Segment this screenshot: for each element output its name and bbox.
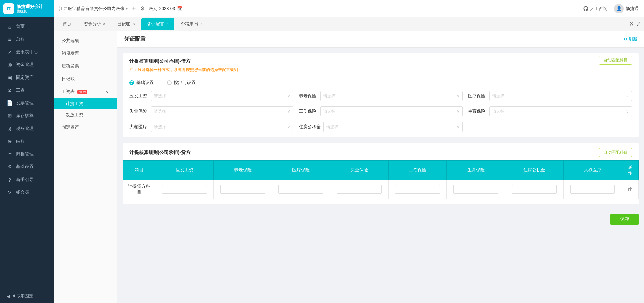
tab-journal-close[interactable]: × (132, 22, 135, 27)
sidebar-item-reports[interactable]: ↗ 云报表中心 (0, 46, 54, 58)
sub-nav-pay-salary[interactable]: 发放工资 (54, 109, 117, 121)
housing-fund-label: 住房公积金 (299, 124, 321, 130)
sidebar-item-home[interactable]: ⌂ 首页 (0, 20, 54, 33)
debit-section: 计提核算规则(公司承担)-借方 注：只能选择一种方式，系统将按照您当前的选择来配… (123, 53, 639, 137)
credit-auto-match-button[interactable]: 自动匹配科目 (599, 148, 632, 157)
add-account-button[interactable]: + (132, 5, 136, 12)
row-housing-fund-input[interactable] (512, 185, 557, 194)
sidebar-item-tax[interactable]: § 税务管理 (0, 122, 54, 135)
row-maternity-input[interactable] (453, 185, 498, 194)
work-injury-select[interactable]: 请选择 ∨ (320, 106, 463, 116)
large-medical-select[interactable]: 请选择 ∨ (151, 122, 293, 132)
inventory-icon: ⊞ (7, 113, 13, 119)
service-label: 人工咨询 (590, 6, 607, 12)
sidebar-item-label: 工资 (16, 87, 25, 93)
sidebar-item-label: 畅会员 (16, 189, 29, 195)
content-area: 公共选项 销项发票 进项发票 日记账 工资表 NEW ∨ 计提工资 发放工资 固… (54, 31, 644, 303)
sidebar-unpin[interactable]: ◀ ◀ 取消固定 (0, 289, 54, 303)
work-injury-label: 工伤保险 (299, 108, 318, 114)
archive-icon: 🗃 (7, 151, 13, 157)
pension-label: 养老保险 (299, 93, 318, 99)
expand-icon[interactable]: ⤢ (636, 21, 641, 27)
large-medical-label: 大额医疗 (129, 124, 148, 130)
gross-salary-label: 应发工资 (129, 93, 148, 99)
sub-nav-purchase-invoice[interactable]: 进项发票 (54, 60, 117, 72)
sidebar-item-funds[interactable]: ◎ 资金管理 (0, 58, 54, 71)
medical-label: 医疗保险 (468, 93, 487, 99)
col-medical: 医疗保险 (272, 161, 330, 180)
sidebar-item-guide[interactable]: ? 新手引导 (0, 173, 54, 186)
chevron-down-icon: ∨ (287, 109, 290, 114)
tab-journal[interactable]: 日记账 × (112, 18, 141, 30)
medical-select[interactable]: 请选择 ∨ (489, 91, 632, 101)
maternity-label: 生育保险 (468, 108, 487, 114)
row-gross-salary-cell (155, 180, 214, 199)
maternity-select[interactable]: 请选择 ∨ (489, 106, 632, 116)
sidebar-item-label: 库存核算 (16, 113, 34, 119)
row-work-injury-input[interactable] (395, 185, 440, 194)
sidebar-item-archive[interactable]: 🗃 归档管理 (0, 148, 54, 160)
sidebar-item-label: 基础设置 (16, 164, 34, 170)
unemployment-placeholder: 请选择 (154, 109, 166, 114)
sidebar-item-ledger[interactable]: ≡ 总账 (0, 33, 54, 46)
chevron-down-icon: ▾ (126, 6, 128, 11)
col-unemployment: 失业保险 (330, 161, 388, 180)
radio-dept-circle (167, 80, 172, 85)
tab-voucher-close[interactable]: × (166, 22, 169, 27)
save-button[interactable]: 保存 (610, 214, 639, 225)
settings-gear-icon[interactable]: ⚙ (140, 5, 145, 12)
close-tab-icon[interactable]: ✕ (629, 21, 634, 27)
settings-icon: ⚙ (7, 164, 13, 170)
row-gross-salary-input[interactable] (162, 185, 207, 194)
sidebar-nav: ⌂ 首页 ≡ 总账 ↗ 云报表中心 ◎ 资金管理 ▣ 固定资产 ¥ 工资 📄 发… (0, 17, 54, 289)
sidebar-item-inventory[interactable]: ⊞ 库存核算 (0, 109, 54, 122)
calendar-icon[interactable]: 📅 (177, 6, 182, 11)
row-large-medical-input[interactable] (570, 185, 615, 194)
tab-tax-report[interactable]: 个税申报 × (175, 18, 208, 30)
row-unemployment-input[interactable] (337, 185, 382, 194)
sidebar-item-assets[interactable]: ▣ 固定资产 (0, 71, 54, 84)
pension-select[interactable]: 请选择 ∨ (320, 91, 463, 101)
delete-row-button[interactable]: 🗑 (627, 186, 633, 192)
sidebar-item-close[interactable]: ⊕ 结账 (0, 135, 54, 148)
form-item-medical: 医疗保险 请选择 ∨ (468, 91, 632, 101)
credit-section: 计提核算规则(公司承担)-贷方 自动匹配科目 科目 应发工资 养老保险 医疗保险… (123, 143, 639, 204)
row-medical-input[interactable] (278, 185, 323, 194)
service-button[interactable]: 🎧 人工咨询 (583, 6, 607, 12)
medical-placeholder: 请选择 (492, 93, 504, 99)
tab-voucher-label: 凭证配置 (147, 21, 164, 27)
sidebar-item-vip[interactable]: V 畅会员 (0, 186, 54, 199)
sub-nav-sales-invoice[interactable]: 销项发票 (54, 47, 117, 60)
row-pension-input[interactable] (220, 185, 265, 194)
sidebar-item-salary[interactable]: ¥ 工资 (0, 84, 54, 97)
unemployment-select[interactable]: 请选择 ∨ (151, 106, 293, 116)
radio-basic[interactable]: 基础设置 (129, 80, 154, 86)
tab-fund-close[interactable]: × (103, 22, 105, 27)
debit-section-note: 注：只能选择一种方式，系统将按照您当前的选择来配置规则 (123, 67, 245, 77)
sidebar-item-settings[interactable]: ⚙ 基础设置 (0, 160, 54, 173)
company-selector[interactable]: 江西服宝精品有限责任公司内账张 ▾ (59, 6, 128, 12)
tabs-right-actions: ✕ ⤢ (629, 21, 641, 27)
tab-tax-close[interactable]: × (200, 22, 203, 27)
sub-nav-payroll-table[interactable]: 工资表 NEW ∨ (54, 85, 117, 98)
col-maternity: 生育保险 (447, 161, 505, 180)
chevron-down-icon: ∨ (626, 109, 629, 114)
credit-table: 科目 应发工资 养老保险 医疗保险 失业保险 工伤保险 生育保险 住房公积金 大… (123, 160, 639, 199)
tab-fund-analysis[interactable]: 资金分析 × (78, 18, 111, 30)
radio-department[interactable]: 按部门设置 (167, 80, 196, 86)
debit-auto-match-button[interactable]: 自动匹配科目 (599, 56, 632, 65)
sub-nav-public[interactable]: 公共选项 (54, 34, 117, 47)
refresh-button[interactable]: ↻ 刷新 (624, 36, 637, 42)
unpin-label: ◀ 取消固定 (12, 293, 33, 299)
sub-nav-accrue-salary[interactable]: 计提工资 (54, 98, 117, 109)
tab-voucher-config[interactable]: 凭证配置 × (141, 18, 174, 30)
assets-icon: ▣ (7, 74, 13, 81)
sidebar-item-invoice[interactable]: 📄 发票管理 (0, 97, 54, 109)
row-subject-label: 计提贷方科目 (123, 180, 155, 199)
housing-fund-select[interactable]: 请选择 ∨ (323, 122, 463, 132)
gross-salary-select[interactable]: 请选择 ∨ (151, 91, 293, 101)
sub-nav-journal[interactable]: 日记账 (54, 72, 117, 85)
user-menu[interactable]: 👤 畅捷通 (614, 4, 639, 13)
tab-home[interactable]: 首页 (57, 18, 77, 30)
sub-nav-fixed-assets[interactable]: 固定资产 (54, 121, 117, 134)
